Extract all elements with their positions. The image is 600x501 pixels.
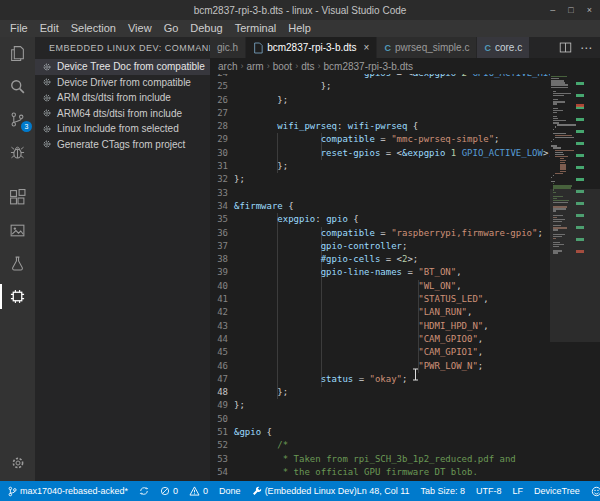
explorer-icon[interactable]: [0, 37, 35, 70]
code-line-36[interactable]: 36 compatible = "raspberrypi,firmware-gp…: [210, 227, 600, 240]
sync-status[interactable]: [139, 486, 149, 496]
code-line-48[interactable]: 48 };: [210, 386, 600, 399]
code-line-47[interactable]: 47 status = "okay";: [210, 373, 600, 386]
tab-bcm2837-rpi-3-b.dts[interactable]: bcm2837-rpi-3-b.dts×: [246, 37, 377, 58]
feedback-smiley-icon[interactable]: [591, 486, 600, 497]
status-item-text: UTF-8: [476, 486, 502, 496]
line-number: 28: [210, 120, 228, 133]
code-line-25[interactable]: 25 };: [210, 80, 600, 93]
breadcrumb: arch›arm›boot›dts›bcm2837-rpi-3-b.dts: [210, 58, 600, 74]
code-text: "PWR_LOW_N";: [234, 360, 483, 373]
code-line-26[interactable]: 26 };: [210, 94, 600, 107]
menu-file[interactable]: File: [4, 20, 34, 37]
code-editor[interactable]: 24 gpios = <&expgpio 2 GPIO_ACTIVE_HIGH>…: [210, 74, 600, 481]
source-control-icon[interactable]: 3: [0, 103, 35, 136]
warnings-status[interactable]: 0: [189, 486, 208, 496]
extensions-icon[interactable]: [0, 181, 35, 214]
tab-pwrseq_simple.c[interactable]: Cpwrseq_simple.c: [377, 37, 477, 58]
code-line-54[interactable]: 54 * the official GPU firmware DT blob.: [210, 466, 600, 479]
command-item-4[interactable]: Linux Include from selected: [35, 121, 210, 137]
menu-edit[interactable]: Edit: [34, 20, 65, 37]
command-item-label: Linux Include from selected: [57, 123, 179, 134]
code-line-40[interactable]: 40 "WL_ON",: [210, 280, 600, 293]
code-line-33[interactable]: 33: [210, 187, 600, 200]
code-line-38[interactable]: 38 #gpio-cells = <2>;: [210, 253, 600, 266]
breadcrumb-item-dts[interactable]: dts: [301, 61, 314, 72]
ext-flask-icon[interactable]: [0, 247, 35, 280]
extension-status[interactable]: (Embedded Linux Dev): [252, 486, 357, 496]
menu-terminal[interactable]: Terminal: [229, 20, 283, 37]
errors-status[interactable]: 0: [160, 486, 178, 496]
code-line-44[interactable]: 44 "CAM_GPIO0",: [210, 333, 600, 346]
command-item-label: ARM dts/dtsi from include: [57, 92, 171, 103]
language-mode[interactable]: DeviceTree: [534, 486, 580, 496]
menu-selection[interactable]: Selection: [65, 20, 122, 37]
code-line-30[interactable]: 30 reset-gpios = <&expgpio 1 GPIO_ACTIVE…: [210, 147, 600, 160]
code-line-53[interactable]: 53 * Taken from rpi_SCH_3b_1p2_reduced.p…: [210, 453, 600, 466]
embedded-linux-dev-icon[interactable]: [0, 280, 35, 313]
code-line-35[interactable]: 35 expgpio: gpio {: [210, 213, 600, 226]
split-editor-icon[interactable]: [559, 41, 572, 54]
task-status[interactable]: Done: [219, 486, 241, 496]
menu-help[interactable]: Help: [282, 20, 317, 37]
code-text: };: [234, 386, 288, 399]
menu-bar: FileEditSelectionViewGoDebugTerminalHelp: [0, 20, 600, 37]
code-line-29[interactable]: 29 compatible = "mmc-pwrseq-simple";: [210, 133, 600, 146]
command-item-0[interactable]: Device Tree Doc from compatible: [35, 59, 210, 75]
eol[interactable]: LF: [513, 486, 524, 496]
line-number: 50: [210, 413, 228, 426]
code-line-32[interactable]: 32};: [210, 173, 600, 186]
error-icon: [160, 486, 170, 496]
editor-group: gic.hbcm2837-rpi-3-b.dts×Cpwrseq_simple.…: [210, 37, 600, 481]
code-line-28[interactable]: 28 wifi_pwrseq: wifi-pwrseq {: [210, 120, 600, 133]
menu-debug[interactable]: Debug: [184, 20, 228, 37]
vertical-scrollbar[interactable]: [550, 189, 600, 342]
code-text: compatible = "mmc-pwrseq-simple";: [234, 133, 500, 146]
command-item-5[interactable]: Generate CTags from project: [35, 137, 210, 153]
code-line-37[interactable]: 37 gpio-controller;: [210, 240, 600, 253]
code-line-27[interactable]: 27: [210, 107, 600, 120]
code-line-45[interactable]: 45 "CAM_GPIO1",: [210, 346, 600, 359]
code-line-52[interactable]: 52 /*: [210, 439, 600, 452]
settings-gear-icon[interactable]: [10, 455, 26, 475]
code-line-31[interactable]: 31 };: [210, 160, 600, 173]
debug-icon[interactable]: [0, 136, 35, 169]
code-line-34[interactable]: 34&firmware {: [210, 200, 600, 213]
minimize-button[interactable]: –: [550, 5, 555, 15]
command-gear-icon: [42, 108, 52, 118]
sidebar-header: EMBEDDED LINUX DEV: COMMANDS: [35, 37, 210, 59]
command-item-1[interactable]: Device Driver from compatible: [35, 75, 210, 91]
ext-image-icon[interactable]: [0, 214, 35, 247]
code-line-39[interactable]: 39 gpio-line-names = "BT_ON",: [210, 266, 600, 279]
encoding[interactable]: UTF-8: [476, 486, 502, 496]
close-button[interactable]: ×: [587, 5, 592, 15]
code-line-50[interactable]: 50: [210, 413, 600, 426]
code-line-51[interactable]: 51&gpio {: [210, 426, 600, 439]
menu-view[interactable]: View: [122, 20, 158, 37]
code-line-42[interactable]: 42 "LAN_RUN",: [210, 306, 600, 319]
code-text: compatible = "raspberrypi,firmware-gpio"…: [234, 227, 543, 240]
scm-badge: 3: [21, 121, 32, 132]
tab-core.c[interactable]: Ccore.c: [477, 37, 530, 58]
code-line-46[interactable]: 46 "PWR_LOW_N";: [210, 360, 600, 373]
breadcrumb-item-boot[interactable]: boot: [273, 61, 292, 72]
code-line-43[interactable]: 43 "HDMI_HPD_N",: [210, 320, 600, 333]
command-item-2[interactable]: ARM dts/dtsi from include: [35, 90, 210, 106]
breadcrumb-item-arm[interactable]: arm: [246, 61, 263, 72]
cursor-position[interactable]: Ln 48, Col 11: [357, 486, 410, 496]
more-actions-icon[interactable]: ⋯: [580, 41, 592, 55]
search-icon[interactable]: [0, 70, 35, 103]
code-text: &firmware {: [234, 200, 294, 213]
tab-gic.h[interactable]: gic.h: [210, 37, 246, 58]
code-line-41[interactable]: 41 "STATUS_LED",: [210, 293, 600, 306]
tab-size[interactable]: Tab Size: 8: [421, 486, 466, 496]
tab-close-icon[interactable]: ×: [364, 42, 370, 53]
code-line-49[interactable]: 49};: [210, 399, 600, 412]
command-item-3[interactable]: ARM64 dts/dtsi from include: [35, 106, 210, 122]
menu-go[interactable]: Go: [158, 20, 185, 37]
breadcrumb-item-bcm2837-rpi-3-b.dts[interactable]: bcm2837-rpi-3-b.dts: [324, 61, 413, 72]
maximize-button[interactable]: □: [568, 5, 573, 15]
breadcrumb-item-arch[interactable]: arch: [218, 61, 237, 72]
git-branch-status[interactable]: max17040-rebased-acked*: [8, 486, 128, 497]
vscode-window: bcm2837-rpi-3-b.dts - linux - Visual Stu…: [0, 0, 600, 501]
